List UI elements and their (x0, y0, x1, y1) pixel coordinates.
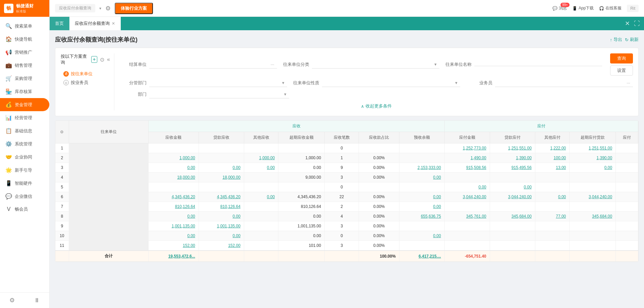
table-gear-icon[interactable]: ⚙ (60, 130, 64, 134)
th-partner: 往来单位 (69, 121, 148, 143)
sidebar-item-wechat[interactable]: 💬 企业微信 (0, 190, 49, 203)
table-row: 30.000.000.000.0090.00%2,153,333.00915,5… (55, 163, 638, 173)
settings-button[interactable]: 设置 (610, 65, 633, 76)
table-row: 80.000.000.0040.00%655,636.75345,761.003… (55, 212, 638, 221)
th-pay-amount: 应付金额 (444, 132, 490, 143)
sidebar-item-search[interactable]: 🔍 搜索菜单 (0, 19, 49, 33)
settings-icon[interactable]: ⚙ (9, 297, 15, 304)
message-button[interactable]: 💬 消息 99+ (552, 5, 567, 11)
filter-dept-manage: 分管部门 ▾ (120, 79, 287, 87)
table-row: 7810,126.64810,126.64810,126.6420.00%0.0… (55, 202, 638, 212)
partner-category-input[interactable]: ▾ (312, 60, 440, 69)
scheme-staff-label: 按业务员 (71, 80, 88, 86)
user-info[interactable]: Rit (627, 5, 639, 12)
th-rec-pre: 预收余额 (399, 132, 444, 143)
total-rec-amount[interactable]: 19,553,472,6... (148, 251, 199, 262)
tab-home[interactable]: 首页 (50, 17, 69, 30)
sidebar-item-sales[interactable]: 💼 销售管理 (0, 59, 49, 72)
header-gear-icon[interactable]: ⚙ (105, 5, 111, 12)
table-row: 101,252,773.001,251,551.001,222.001,251,… (55, 143, 638, 153)
filter-more-button[interactable]: ∧ 收起更多条件 (120, 102, 633, 111)
salesperson-input[interactable]: ··· (495, 79, 633, 87)
filter-settings-icon[interactable]: ⊙ (100, 56, 104, 63)
logo-icon: 畅 (4, 4, 13, 13)
export-icon: ↑ (610, 37, 612, 42)
tabbar-close-icon[interactable]: ✕ (625, 20, 630, 27)
logo-name: 畅捷通财 (16, 3, 34, 9)
sidebar-item-member[interactable]: V 畅会员 (0, 203, 49, 216)
sidebar-item-finance[interactable]: 💰 资金管理 (0, 98, 49, 111)
purchase-icon: 🛒 (5, 75, 12, 82)
sidebar-item-shortcut[interactable]: 🏠 快捷导航 (0, 33, 49, 46)
total-rec-pre[interactable]: 6,417,215.... (399, 251, 444, 262)
data-table-container: ⚙ 往来单位 应收 应付 应收金额 贷款应收 其他应收 超期应收金额 应收笔数 … (55, 120, 639, 262)
th-settings: ⚙ (55, 121, 69, 143)
filter-area: 按以下方案查询 + ⊙ « 通 按往来单位 ○ 按业务员 (55, 48, 639, 116)
tabbar-expand-icon[interactable]: ⛶ (634, 20, 640, 27)
sidebar-item-purchase[interactable]: 🛒 采购管理 (0, 72, 49, 85)
sidebar-item-collab[interactable]: 🤝 企业协同 (0, 150, 49, 164)
collapse-icon[interactable]: ⏸ (34, 297, 40, 304)
sidebar-label-finance: 资金管理 (15, 102, 32, 108)
sales-icon: 💼 (5, 62, 12, 69)
total-label: 合计 (69, 251, 148, 262)
dept-manage-input[interactable]: ▾ (149, 79, 287, 87)
filter-collapse-icon[interactable]: « (107, 56, 110, 62)
app-download-button[interactable]: 📱 App下载 (572, 5, 594, 11)
partner-nature-label: 往来单位性质 (292, 80, 319, 86)
partner-nature-input[interactable]: ▾ (322, 79, 460, 87)
partner-cell (69, 241, 148, 251)
table-row: 64,345,436.204,345,436.200.004,345,436.2… (55, 192, 638, 202)
sidebar-item-system[interactable]: ⚙️ 系统管理 (0, 137, 49, 150)
page-actions: ↑ 导出 ↻ 刷新 (610, 37, 639, 43)
query-button[interactable]: 查询 (610, 53, 633, 63)
settlement-unit-input[interactable]: ··· (149, 60, 277, 69)
th-rec-overdue: 超期应收金额 (278, 132, 325, 143)
sidebar-label-system: 系统管理 (15, 141, 32, 147)
header: 应收应付余额查询 ▾ ⚙ 体验行业方案 💬 消息 99+ 📱 App下载 🎧 在… (50, 0, 644, 17)
logo-sub: 标准版 (16, 9, 34, 14)
partner-cell (69, 221, 148, 231)
scheme-by-partner[interactable]: 通 按往来单位 (61, 70, 110, 78)
th-pay-loan: 贷款应付 (490, 132, 535, 143)
sidebar-label-guide: 新手引导 (15, 167, 32, 173)
hardware-icon: 📱 (5, 180, 12, 186)
search-icon: 🔍 (5, 23, 12, 29)
table-row: 21,000.001,000.001,000.0010.00%1,490.001… (55, 153, 638, 163)
filter-dept: 部门 ▾ (120, 90, 289, 98)
filter-settlement-unit: 结算单位 ··· (120, 60, 277, 69)
export-button[interactable]: ↑ 导出 (610, 37, 623, 43)
refresh-button[interactable]: ↻ 刷新 (625, 37, 639, 43)
partner-name-input[interactable] (474, 63, 602, 66)
table-row: 418,000.0018,000.009,000.0030.00%0.00 (55, 173, 638, 182)
tab-balance[interactable]: 应收应付余额查询 ✕ (69, 17, 121, 30)
scheme-clock-icon: ○ (63, 80, 69, 85)
inventory-icon: 🏪 (5, 88, 12, 95)
filter-salesperson: 业务员 ··· (466, 79, 633, 87)
sidebar-label-inventory: 库存核算 (15, 89, 32, 95)
promo-button[interactable]: 体验行业方案 (115, 3, 153, 14)
tab-close-icon[interactable]: ✕ (112, 21, 115, 26)
scheme-by-staff[interactable]: ○ 按业务员 (61, 78, 110, 87)
partner-cell (69, 231, 148, 241)
online-service-button[interactable]: 🎧 在线客服 (599, 5, 622, 11)
sidebar-item-marketing[interactable]: 📢 营销推广 (0, 46, 49, 59)
dept-manage-label: 分管部门 (120, 80, 147, 86)
filter-schemes: 按以下方案查询 + ⊙ « 通 按往来单位 ○ 按业务员 (61, 53, 114, 111)
message-icon: 💬 (552, 6, 557, 11)
th-pay-other: 其他应付 (535, 132, 569, 143)
app-icon: 📱 (572, 6, 577, 11)
service-icon: 🎧 (599, 6, 604, 11)
sidebar-item-inventory[interactable]: 🏪 库存核算 (0, 85, 49, 98)
member-icon: V (5, 206, 12, 212)
sidebar-item-basic[interactable]: 📋 基础信息 (0, 124, 49, 137)
sidebar-item-guide[interactable]: 🌟 新手引导 (0, 164, 49, 177)
dept-input[interactable]: ▾ (149, 90, 289, 98)
marketing-icon: 📢 (5, 49, 12, 55)
sidebar-item-hardware[interactable]: 📱 智能硬件 (0, 177, 49, 190)
total-row: 合计 19,553,472,6... 100.00% 6,417,215....… (55, 251, 638, 262)
filter-add-button[interactable]: + (91, 56, 97, 63)
sidebar-item-operation[interactable]: 📊 经营管理 (0, 111, 49, 124)
sidebar-nav: 🔍 搜索菜单🏠 快捷导航📢 营销推广💼 销售管理🛒 采购管理🏪 库存核算💰 资金… (0, 17, 49, 292)
header-arrow-icon[interactable]: ▾ (99, 6, 101, 11)
